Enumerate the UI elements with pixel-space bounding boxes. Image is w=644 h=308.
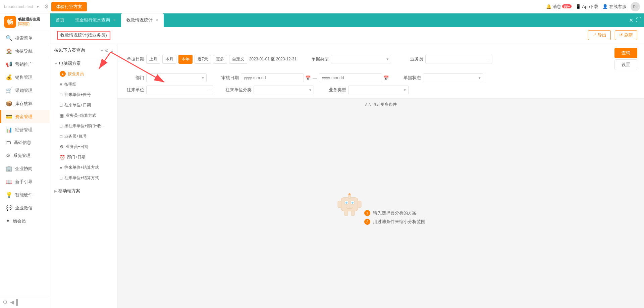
scheme-settings-button[interactable]: ⚙ <box>105 48 109 53</box>
step-2-text: 用过滤条件来缩小分析范围 <box>373 219 425 225</box>
sidebar-item-purchase[interactable]: 🛒 采购管理 <box>0 84 50 97</box>
avatar[interactable]: Rit <box>631 2 640 11</box>
scheme-item-unit-date[interactable]: □ 往来单位+日期 <box>50 100 117 110</box>
footer-settings-button[interactable]: ⚙ <box>3 299 7 305</box>
scheme-item-icon: ▦ <box>60 113 64 118</box>
tab-close-all-button[interactable]: ✕ <box>629 17 633 23</box>
scheme-item-unit-account[interactable]: □ 往来单位+账号 <box>50 90 117 100</box>
refresh-button[interactable]: ↺ 刷新 <box>615 30 637 40</box>
scheme-item-icon: ≡ <box>60 165 62 170</box>
scheme-item-staff-account[interactable]: □ 业务员+账号 <box>50 131 117 142</box>
sidebar-item-label-search: 搜索菜单 <box>15 35 33 41</box>
review-date-from-input[interactable] <box>241 73 304 82</box>
online-service[interactable]: 👤 在线客服 <box>602 4 627 10</box>
voucher-status-select[interactable] <box>423 73 483 82</box>
date-btn-last-month[interactable]: 上月 <box>146 55 160 64</box>
counterpart-cat-select[interactable] <box>254 86 314 94</box>
biz-type-select[interactable] <box>348 86 409 94</box>
date-btn-custom[interactable]: 自定义 <box>229 55 247 64</box>
bank-tab-label: 现金银行流水查询 <box>75 17 110 23</box>
bank-tab-close[interactable]: × <box>113 18 116 22</box>
basic-icon: 🗃 <box>6 140 11 146</box>
sidebar-item-guide[interactable]: 📖 新手引导 <box>0 175 50 188</box>
scheme-item-staff-date[interactable]: ⚙ 业务员+日期 <box>50 142 117 152</box>
sidebar-item-sales[interactable]: 💰 销售管理 <box>0 71 50 84</box>
expand-icon: ▼ <box>54 62 58 65</box>
settings-icon[interactable]: ⚙ <box>44 3 49 10</box>
scheme-item-by-staff[interactable]: ● 按业务员 <box>50 68 117 79</box>
sidebar-item-label-hardware: 智能硬件 <box>15 192 33 198</box>
staff-input[interactable] <box>425 55 492 63</box>
counterpart-input[interactable] <box>146 86 213 94</box>
sidebar-item-quick[interactable]: 🏠 快捷导航 <box>0 45 50 58</box>
date-btn-this-month[interactable]: 本月 <box>162 55 176 64</box>
date-btn-this-year[interactable]: 本年 <box>178 55 193 64</box>
calendar-icon-2[interactable]: 📅 <box>383 75 389 81</box>
solution-button[interactable]: 体验行业方案 <box>51 2 87 11</box>
expand-icon: ▶ <box>54 189 57 193</box>
filter-settings-button[interactable]: 设置 <box>614 59 637 70</box>
sidebar-item-marketing[interactable]: 📢 营销推广 <box>0 58 50 71</box>
logo-icon: 畅 <box>4 16 16 28</box>
sidebar-item-hardware[interactable]: 💡 智能硬件 <box>0 188 50 201</box>
query-button[interactable]: 查询 <box>614 48 637 58</box>
scheme-item-dept-date[interactable]: ⏰ 部门+日期 <box>50 152 117 162</box>
voucher-type-select[interactable] <box>331 55 391 63</box>
sidebar-item-inventory[interactable]: 📦 库存核算 <box>0 97 50 110</box>
notification-label: 消息 <box>552 4 561 10</box>
tab-collection[interactable]: 收款情况统计 × <box>121 13 164 27</box>
chevron-down-icon[interactable]: ▼ <box>36 4 40 9</box>
logo-area: 畅 畅捷通好生意 标准版 <box>0 13 50 30</box>
scheme-item-unit-settle1[interactable]: ≡ 往来单位+结算方式 <box>50 162 117 173</box>
sidebar-footer: ⚙ ◀▐ <box>0 296 50 308</box>
filter-group-review-date: 审核日期 📅 — 📅 <box>219 73 389 82</box>
tab-home[interactable]: 首页 <box>50 13 70 27</box>
counterpart-cat-select-wrap: ▼ <box>254 86 314 94</box>
inventory-icon: 📦 <box>6 100 12 107</box>
tab-bank[interactable]: 现金银行流水查询 × <box>70 13 121 27</box>
empty-step-1: 1 请先选择要分析的方案 <box>364 210 425 216</box>
sidebar-item-enterprise[interactable]: 🏢 企业协同 <box>0 162 50 175</box>
purchase-icon: 🛒 <box>6 87 12 94</box>
counterpart-cat-label: 往来单位分类 <box>225 87 252 93</box>
scheme-item-label: 业务员+结算方式 <box>66 113 96 118</box>
scheme-item-icon: □ <box>60 175 62 181</box>
scheme-item-staff-settle[interactable]: ▦ 业务员+结算方式 <box>50 110 117 121</box>
scheme-header-actions: + ⚙ « <box>101 48 113 53</box>
sidebar-item-capital[interactable]: 💳 资金管理 <box>0 110 50 123</box>
scheme-collapse-button[interactable]: « <box>110 48 113 53</box>
collapse-bar[interactable]: ∧∧ 收起更多条件 <box>117 99 644 110</box>
calendar-icon[interactable]: 📅 <box>305 75 311 81</box>
app-download[interactable]: 📱 App下载 <box>576 4 598 10</box>
date-btn-more[interactable]: 更多 <box>213 55 227 64</box>
collection-tab-close[interactable]: × <box>156 18 158 22</box>
scheme-item-label: 往来单位+结算方式 <box>64 165 99 170</box>
scheme-item-by-detail[interactable]: ≡ 按明细 <box>50 79 117 90</box>
dept-select[interactable] <box>146 73 207 82</box>
svg-point-3 <box>345 202 347 204</box>
filter-group-biz-type: 业务类型 ▼ <box>326 86 409 94</box>
scheme-item-unit-dept[interactable]: □ 按往来单位+部门+收... <box>50 121 117 131</box>
scheme-group-pc-title[interactable]: ▼ 电脑端方案 <box>50 58 117 68</box>
scheme-group-mobile-title[interactable]: ▶ 移动端方案 <box>50 186 117 196</box>
scheme-panel-header: 按以下方案查询 + ⚙ « <box>50 44 117 57</box>
filter-area: 单据日期 上月 本月 本年 近7天 更多 自定义 2023-01-01 至 20… <box>117 44 644 99</box>
export-button[interactable]: ↗ 导出 <box>588 30 611 40</box>
sidebar-item-search[interactable]: 🔍 搜索菜单 <box>0 32 50 45</box>
scheme-add-button[interactable]: + <box>101 48 103 53</box>
filter-group-dept: 部门 ▼ <box>124 73 207 82</box>
date-btn-7days[interactable]: 近7天 <box>195 55 211 64</box>
biz-type-label: 业务类型 <box>326 87 346 93</box>
scheme-item-unit-settle2[interactable]: □ 往来单位+结算方式 <box>50 173 117 183</box>
notification-area[interactable]: 🔔 消息 99+ <box>546 4 572 10</box>
review-date-to-input[interactable] <box>319 73 382 82</box>
footer-collapse-button[interactable]: ◀▐ <box>10 299 18 305</box>
sidebar-item-wechat[interactable]: 💬 企业微信 <box>0 201 50 214</box>
sidebar-item-operation[interactable]: 📊 经营管理 <box>0 123 50 136</box>
sidebar-item-vip[interactable]: ✦ 畅会员 <box>0 214 50 227</box>
sidebar-item-basic[interactable]: 🗃 基础信息 <box>0 136 50 149</box>
sidebar-item-system[interactable]: ⚙ 系统管理 <box>0 149 50 162</box>
tab-maximize-button[interactable]: ⛶ <box>636 17 641 23</box>
sidebar-item-label-guide: 新手引导 <box>15 179 33 185</box>
scheme-item-label: 往来单位+账号 <box>64 92 91 98</box>
